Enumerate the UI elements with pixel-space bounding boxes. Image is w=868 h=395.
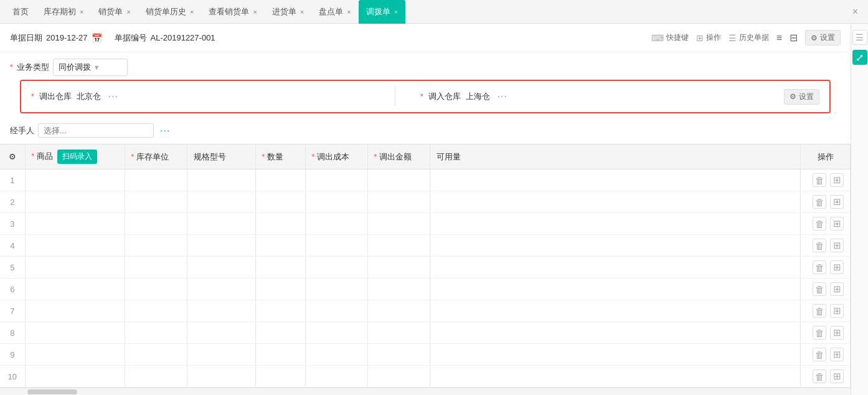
- tab-stocktake[interactable]: 盘点单 ×: [311, 0, 358, 24]
- cell-cost[interactable]: [305, 322, 367, 344]
- cell-avail[interactable]: [430, 169, 801, 191]
- cell-cost[interactable]: [305, 213, 367, 235]
- cell-qty[interactable]: [255, 191, 305, 213]
- copy-icon[interactable]: ⊞: [830, 326, 844, 340]
- cell-qty[interactable]: [255, 169, 305, 191]
- layout-btn1[interactable]: ≡: [776, 32, 782, 44]
- cell-avail[interactable]: [430, 366, 801, 388]
- copy-icon[interactable]: ⊞: [830, 304, 844, 318]
- copy-icon[interactable]: ⊞: [830, 282, 844, 296]
- cell-avail[interactable]: [430, 344, 801, 366]
- cell-unit[interactable]: [125, 213, 187, 235]
- warehouse-settings-btn[interactable]: ⚙ 设置: [784, 89, 819, 105]
- sidebar-expand-icon[interactable]: ⤢: [852, 50, 867, 65]
- out-warehouse-more-icon[interactable]: ···: [108, 91, 118, 102]
- cell-avail[interactable]: [430, 322, 801, 344]
- tab-close-icon[interactable]: ×: [190, 8, 194, 16]
- biz-type-dropdown[interactable]: 同价调拨 ▼: [53, 59, 128, 76]
- cell-amount[interactable]: [367, 322, 430, 344]
- cell-unit[interactable]: [125, 300, 187, 322]
- cell-qty[interactable]: [255, 235, 305, 257]
- cell-avail[interactable]: [430, 213, 801, 235]
- cell-spec[interactable]: [187, 278, 255, 300]
- cell-qty[interactable]: [255, 300, 305, 322]
- scan-btn[interactable]: 扫码录入: [57, 150, 97, 164]
- delete-icon[interactable]: 🗑: [813, 260, 826, 274]
- settings-btn[interactable]: ⚙ 设置: [805, 30, 841, 45]
- cell-unit[interactable]: [125, 366, 187, 388]
- shortcut-btn[interactable]: ⌨ 快捷键: [651, 32, 689, 43]
- cell-avail[interactable]: [430, 278, 801, 300]
- cell-cost[interactable]: [305, 191, 367, 213]
- cell-cost[interactable]: [305, 366, 367, 388]
- cell-product[interactable]: [25, 278, 125, 300]
- tab-close-icon[interactable]: ×: [126, 8, 130, 16]
- cell-avail[interactable]: [430, 191, 801, 213]
- cell-avail[interactable]: [430, 235, 801, 257]
- cell-qty[interactable]: [255, 278, 305, 300]
- delete-icon[interactable]: 🗑: [813, 282, 826, 296]
- tab-inventory-init[interactable]: 库存期初 ×: [36, 0, 91, 24]
- cell-spec[interactable]: [187, 366, 255, 388]
- sidebar-list-icon[interactable]: ☰: [852, 30, 867, 45]
- cell-spec[interactable]: [187, 169, 255, 191]
- cell-unit[interactable]: [125, 235, 187, 257]
- delete-icon[interactable]: 🗑: [813, 217, 826, 231]
- cell-product[interactable]: [25, 344, 125, 366]
- th-gear[interactable]: ⚙: [0, 145, 25, 169]
- tab-close-icon[interactable]: ×: [253, 8, 257, 16]
- horizontal-scrollbar[interactable]: [0, 388, 851, 395]
- copy-icon[interactable]: ⊞: [830, 239, 844, 252]
- tab-transfer[interactable]: 调拨单 ×: [359, 0, 405, 24]
- cell-amount[interactable]: [367, 169, 430, 191]
- cell-qty[interactable]: [255, 257, 305, 278]
- copy-icon[interactable]: ⊞: [830, 260, 844, 274]
- cell-amount[interactable]: [367, 300, 430, 322]
- cell-cost[interactable]: [305, 300, 367, 322]
- cell-amount[interactable]: [367, 344, 430, 366]
- cell-spec[interactable]: [187, 322, 255, 344]
- cell-product[interactable]: [25, 213, 125, 235]
- cell-amount[interactable]: [367, 213, 430, 235]
- window-close-icon[interactable]: ×: [847, 6, 863, 17]
- cell-spec[interactable]: [187, 213, 255, 235]
- cell-cost[interactable]: [305, 235, 367, 257]
- cell-qty[interactable]: [255, 344, 305, 366]
- delete-icon[interactable]: 🗑: [813, 195, 826, 209]
- cell-amount[interactable]: [367, 278, 430, 300]
- handler-more-icon[interactable]: ···: [160, 125, 170, 136]
- copy-icon[interactable]: ⊞: [830, 195, 844, 209]
- cell-amount[interactable]: [367, 191, 430, 213]
- cell-product[interactable]: [25, 235, 125, 257]
- layout-btn2[interactable]: ⊟: [790, 32, 798, 44]
- cell-cost[interactable]: [305, 169, 367, 191]
- cell-unit[interactable]: [125, 257, 187, 278]
- cell-avail[interactable]: [430, 257, 801, 278]
- cell-product[interactable]: [25, 300, 125, 322]
- cell-amount[interactable]: [367, 235, 430, 257]
- tab-home[interactable]: 首页: [5, 0, 36, 24]
- delete-icon[interactable]: 🗑: [813, 173, 826, 187]
- cell-unit[interactable]: [125, 278, 187, 300]
- cell-qty[interactable]: [255, 366, 305, 388]
- calendar-icon[interactable]: 📅: [92, 33, 102, 43]
- cell-product[interactable]: [25, 366, 125, 388]
- cell-product[interactable]: [25, 169, 125, 191]
- tab-sales-history[interactable]: 销货单历史 ×: [138, 0, 201, 24]
- copy-icon[interactable]: ⊞: [830, 369, 844, 383]
- cell-unit[interactable]: [125, 322, 187, 344]
- operations-btn[interactable]: ⊞ 操作: [696, 32, 721, 43]
- table-wrap[interactable]: ⚙ * 商品 扫码录入 * 库存单位 规格型号: [0, 144, 851, 388]
- cell-product[interactable]: [25, 191, 125, 213]
- copy-icon[interactable]: ⊞: [830, 173, 844, 187]
- cell-amount[interactable]: [367, 366, 430, 388]
- delete-icon[interactable]: 🗑: [813, 239, 826, 252]
- tab-close-icon[interactable]: ×: [80, 8, 83, 16]
- copy-icon[interactable]: ⊞: [830, 217, 844, 231]
- cell-unit[interactable]: [125, 344, 187, 366]
- tab-purchase[interactable]: 进货单 ×: [265, 0, 311, 24]
- cell-cost[interactable]: [305, 344, 367, 366]
- tab-sales-order[interactable]: 销货单 ×: [91, 0, 138, 24]
- cell-spec[interactable]: [187, 300, 255, 322]
- copy-icon[interactable]: ⊞: [830, 348, 844, 361]
